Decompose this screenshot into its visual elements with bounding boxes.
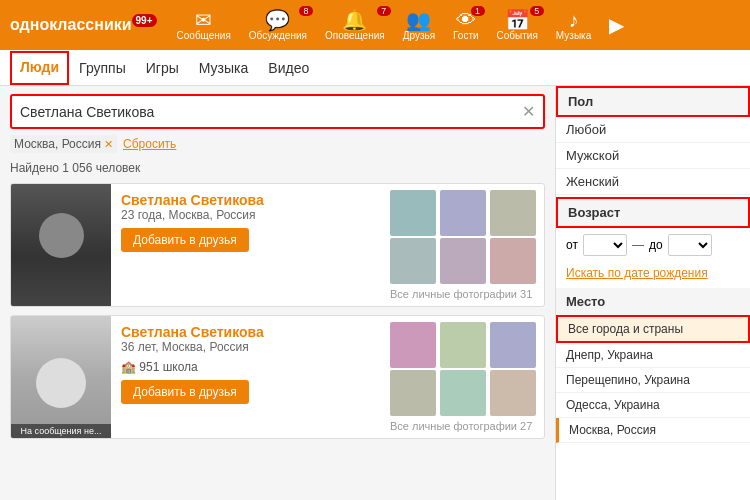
filter-tags: Москва, Россия ✕ Сбросить — [10, 135, 545, 153]
gender-option-any[interactable]: Любой — [556, 117, 750, 143]
person-details-1: 23 года, Москва, Россия — [121, 208, 374, 222]
person-info-1: Светлана Светикова 23 года, Москва, Росс… — [111, 184, 384, 306]
location-pereshchepino[interactable]: Перещепино, Украина — [556, 368, 750, 393]
logo-badge: 99+ — [132, 14, 157, 27]
person-info-2: Светлана Светикова 36 лет, Москва, Росси… — [111, 316, 384, 438]
nav-events[interactable]: 📅 5 События — [497, 10, 538, 41]
age-dash: — — [632, 238, 644, 252]
nav-messages[interactable]: ✉ Сообщения — [177, 10, 231, 41]
photos-grid-2 — [390, 322, 538, 416]
photos-grid-1 — [390, 190, 538, 284]
events-label: События — [497, 30, 538, 41]
photo-thumb — [440, 238, 486, 284]
photo-thumb — [440, 322, 486, 368]
add-friend-btn-1[interactable]: Добавить в друзья — [121, 228, 249, 252]
music-icon: ♪ — [569, 10, 579, 30]
music-label: Музыка — [556, 30, 591, 41]
friends-icon: 👥 — [406, 10, 431, 30]
photo-thumb — [490, 190, 536, 236]
age-range: от 18 19 20 25 — до 25 30 35 40 — [556, 228, 750, 262]
logo[interactable]: одноклассники99+ — [10, 15, 157, 34]
location-filter-remove[interactable]: ✕ — [104, 138, 113, 151]
discussions-badge: 8 — [299, 6, 313, 16]
subnav-people[interactable]: Люди — [10, 51, 69, 85]
person-avatar-2: На сообщения не... — [11, 316, 111, 438]
messages-icon: ✉ — [195, 10, 212, 30]
messages-label: Сообщения — [177, 30, 231, 41]
friends-label: Друзья — [403, 30, 435, 41]
nav-video[interactable]: ▶ — [609, 15, 624, 35]
avatar-label-2: На сообщения не... — [11, 424, 111, 438]
left-content: ✕ Москва, Россия ✕ Сбросить Найдено 1 05… — [0, 86, 555, 500]
person-photos-1: Все личные фотографии 31 — [384, 184, 544, 306]
subnav-games[interactable]: Игры — [136, 52, 189, 84]
subnav-groups[interactable]: Группы — [69, 52, 136, 84]
photo-thumb — [440, 370, 486, 416]
guests-label: Гости — [453, 30, 478, 41]
photo-thumb — [440, 190, 486, 236]
add-friend-btn-2[interactable]: Добавить в друзья — [121, 380, 249, 404]
person-photos-2: Все личные фотографии 27 — [384, 316, 544, 438]
photo-thumb — [490, 322, 536, 368]
age-from-label: от — [566, 238, 578, 252]
age-section-title: Возраст — [556, 197, 750, 228]
subnav-video[interactable]: Видео — [258, 52, 319, 84]
nav-music[interactable]: ♪ Музыка — [556, 10, 591, 41]
reset-link[interactable]: Сбросить — [123, 137, 176, 151]
location-filter-label: Москва, Россия — [14, 137, 101, 151]
person-name-1[interactable]: Светлана Светикова — [121, 192, 374, 208]
location-filter-tag: Москва, Россия ✕ — [10, 135, 117, 153]
age-from-select[interactable]: 18 19 20 25 — [583, 234, 627, 256]
location-dnepr[interactable]: Днепр, Украина — [556, 343, 750, 368]
photo-thumb — [390, 322, 436, 368]
location-moscow[interactable]: Москва, Россия — [556, 418, 750, 443]
photo-thumb — [390, 238, 436, 284]
location-all-cities[interactable]: Все города и страны — [556, 315, 750, 343]
main-layout: ✕ Москва, Россия ✕ Сбросить Найдено 1 05… — [0, 86, 750, 500]
search-area: ✕ — [10, 94, 545, 129]
photo-thumb — [490, 370, 536, 416]
gender-option-male[interactable]: Мужской — [556, 143, 750, 169]
subnav-music[interactable]: Музыка — [189, 52, 259, 84]
location-section-title: Место — [556, 288, 750, 315]
nav-guests[interactable]: 👁 1 Гости — [453, 10, 478, 41]
nav-icons: ✉ Сообщения 💬 8 Обсуждения 🔔 7 Оповещени… — [177, 10, 625, 41]
discussions-label: Обсуждения — [249, 30, 307, 41]
events-icon: 📅 — [505, 10, 530, 30]
age-to-label: до — [649, 238, 663, 252]
nav-notifications[interactable]: 🔔 7 Оповещения — [325, 10, 385, 41]
gender-option-female[interactable]: Женский — [556, 169, 750, 195]
photo-thumb — [390, 370, 436, 416]
notifications-badge: 7 — [377, 6, 391, 16]
gender-section-title: Пол — [556, 86, 750, 117]
person-extra-2: 🏫 951 школа — [121, 360, 374, 374]
person-card: 👤 Светлана Светикова 23 года, Москва, Ро… — [10, 183, 545, 307]
photos-link-1[interactable]: Все личные фотографии 31 — [390, 288, 538, 300]
header: одноклассники99+ ✉ Сообщения 💬 8 Обсужде… — [0, 0, 750, 50]
guests-badge: 1 — [471, 6, 485, 16]
person-details-2: 36 лет, Москва, Россия — [121, 340, 374, 354]
photo-thumb — [490, 238, 536, 284]
notifications-label: Оповещения — [325, 30, 385, 41]
video-icon: ▶ — [609, 15, 624, 35]
notifications-icon: 🔔 — [342, 10, 367, 30]
result-count: Найдено 1 056 человек — [10, 161, 545, 175]
photos-link-2[interactable]: Все личные фотографии 27 — [390, 420, 538, 432]
age-to-select[interactable]: 25 30 35 40 — [668, 234, 712, 256]
photo-thumb — [390, 190, 436, 236]
events-badge: 5 — [530, 6, 544, 16]
person-avatar-1: 👤 — [11, 184, 111, 306]
person-name-2[interactable]: Светлана Светикова — [121, 324, 374, 340]
search-input[interactable] — [20, 104, 522, 120]
logo-text: одноклассники — [10, 17, 132, 34]
discussions-icon: 💬 — [265, 10, 290, 30]
search-clear-icon[interactable]: ✕ — [522, 102, 535, 121]
right-sidebar: Пол Любой Мужской Женский Возраст от 18 … — [555, 86, 750, 500]
sub-nav: Люди Группы Игры Музыка Видео — [0, 50, 750, 86]
location-odessa[interactable]: Одесса, Украина — [556, 393, 750, 418]
person-card-2: На сообщения не... Светлана Светикова 36… — [10, 315, 545, 439]
nav-friends[interactable]: 👥 Друзья — [403, 10, 435, 41]
nav-discussions[interactable]: 💬 8 Обсуждения — [249, 10, 307, 41]
birth-date-link[interactable]: Искать по дате рождения — [556, 262, 750, 286]
